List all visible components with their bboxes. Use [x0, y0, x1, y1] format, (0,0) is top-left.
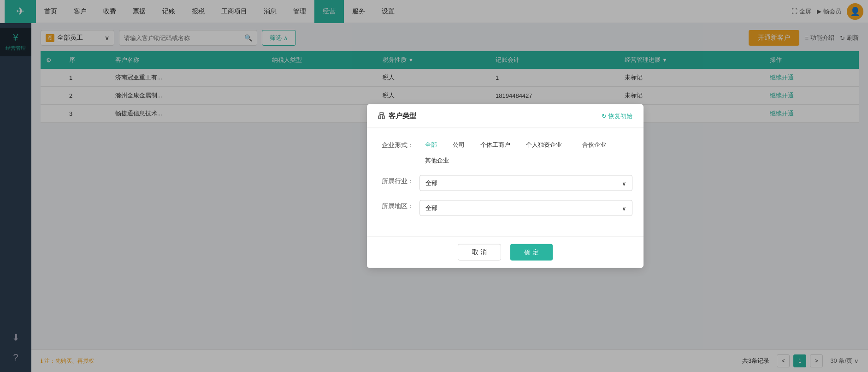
modal-body: 企业形式： 全部 公司 个体工商户 个人独资企业 合伙企业 其他企业 所属行业：…: [367, 128, 644, 236]
region-form-row: 所属地区： 全部 ∨: [378, 200, 632, 216]
region-label: 所属地区：: [378, 200, 419, 210]
enterprise-form-label: 企业形式：: [378, 139, 419, 150]
enterprise-option-partnership[interactable]: 合伙企业: [577, 139, 612, 150]
reset-button[interactable]: ↻ 恢复初始: [602, 112, 632, 120]
enterprise-form-content: 全部 公司 个体工商户 个人独资企业 合伙企业 其他企业: [419, 139, 632, 166]
region-dropdown[interactable]: 全部 ∨: [419, 200, 632, 216]
customer-type-modal: 品 客户类型 ↻ 恢复初始 企业形式： 全部 公司 个体工商户 个人独资企业 合…: [367, 104, 644, 268]
region-value: 全部: [425, 204, 437, 212]
modal-title-text: 客户类型: [389, 112, 416, 120]
cancel-button[interactable]: 取 消: [458, 244, 501, 261]
modal-footer: 取 消 确 定: [367, 236, 644, 268]
industry-content: 全部 ∨: [419, 175, 632, 191]
enterprise-option-all[interactable]: 全部: [419, 139, 443, 150]
region-content: 全部 ∨: [419, 200, 632, 216]
reset-label: 恢复初始: [608, 112, 632, 120]
modal-title: 品 客户类型: [378, 112, 416, 120]
enterprise-form-row: 企业形式： 全部 公司 个体工商户 个人独资企业 合伙企业 其他企业: [378, 139, 632, 166]
enterprise-option-individual[interactable]: 个体工商户: [475, 139, 516, 150]
industry-arrow: ∨: [622, 180, 626, 186]
industry-form-row: 所属行业： 全部 ∨: [378, 175, 632, 191]
industry-value: 全部: [425, 179, 437, 187]
industry-label: 所属行业：: [378, 175, 419, 186]
modal-header: 品 客户类型 ↻ 恢复初始: [367, 104, 644, 128]
region-arrow: ∨: [622, 204, 626, 211]
reset-icon: ↻: [602, 113, 607, 120]
enterprise-option-company[interactable]: 公司: [447, 139, 470, 150]
industry-dropdown[interactable]: 全部 ∨: [419, 175, 632, 191]
enterprise-option-sole[interactable]: 个人独资企业: [520, 139, 567, 150]
confirm-button[interactable]: 确 定: [510, 244, 553, 261]
modal-title-icon: 品: [378, 112, 385, 120]
enterprise-tag-group: 全部 公司 个体工商户 个人独资企业 合伙企业 其他企业: [419, 139, 632, 166]
enterprise-option-other[interactable]: 其他企业: [419, 155, 455, 166]
